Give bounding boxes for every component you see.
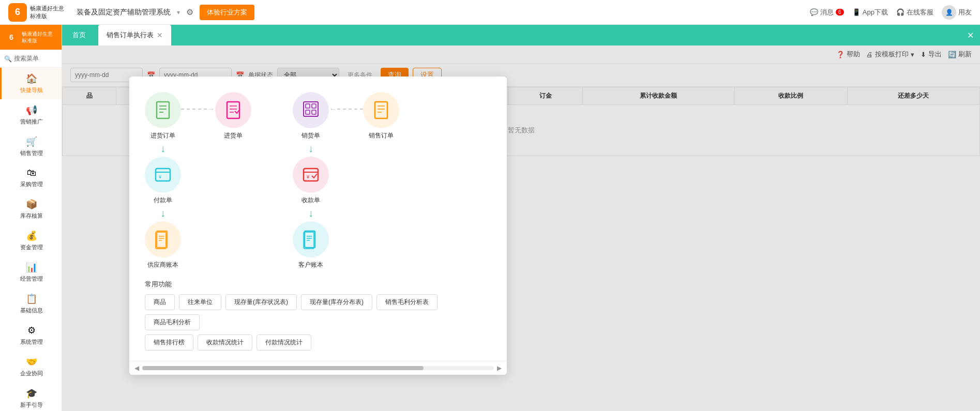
message-button[interactable]: 💬 消息 6 — [810, 8, 844, 17]
sidebar-item-label: 经营管理 — [20, 275, 43, 283]
sidebar-item-label: 快捷导航 — [20, 86, 43, 94]
function-buttons-row-1: 商品 往来单位 现存量(库存状况表) 现存量(库存分布表) 销售毛利分析表 商品… — [145, 294, 491, 330]
sidebar-item-label: 营销推广 — [20, 118, 43, 126]
headset-icon: 🎧 — [896, 8, 904, 16]
top-bar: 6 畅康通好生意 标准版 装备及固定资产辅助管理系统 ▾ ⚙ 体验行业方案 💬 … — [0, 0, 980, 25]
flow-node-payment[interactable]: ¥ 付款单 — [145, 157, 181, 205]
sidebar-item-capital[interactable]: 💰 资金管理 — [0, 225, 62, 256]
sidebar-item-marketing[interactable]: 📢 营销推广 — [0, 99, 62, 131]
sidebar-item-quick-nav[interactable]: 🏠 快捷导航 — [0, 68, 62, 99]
sidebar-item-label: 基础信息 — [20, 307, 43, 314]
customer-ledger-icon — [293, 221, 329, 257]
inventory-icon: 📦 — [26, 199, 37, 210]
dropdown-arrow-icon[interactable]: ▾ — [177, 9, 180, 16]
gear-icon[interactable]: ⚙ — [186, 7, 193, 17]
quick-nav-icon: 🏠 — [26, 73, 37, 84]
sidebar-item-label: 企业协同 — [20, 370, 43, 377]
svg-rect-12 — [227, 102, 239, 118]
func-btn-goods-gross[interactable]: 商品毛利分析 — [145, 314, 200, 330]
svg-rect-17 — [306, 104, 310, 108]
func-btn-receipt-stats[interactable]: 收款情况统计 — [198, 334, 252, 351]
sales-order-label: 销售订单 — [369, 131, 394, 140]
down-arrow-1: ↓ — [160, 143, 165, 154]
app-download-button[interactable]: 📱 App下载 — [852, 8, 888, 17]
tab-home[interactable]: 首页 — [62, 25, 96, 45]
marketing-icon: 📢 — [26, 104, 37, 116]
sales-bill-icon — [293, 92, 329, 128]
svg-rect-0 — [157, 102, 169, 118]
tab-sales-order-exec[interactable]: 销售订单执行表 ✕ — [98, 25, 171, 45]
tab-bar-right: ✕ — [967, 31, 980, 40]
func-btn-inventory-status[interactable]: 现存量(库存状况表) — [225, 294, 297, 310]
func-btn-contacts[interactable]: 往来单位 — [179, 294, 221, 310]
flow-node-purchase-order[interactable]: 进货订单 — [145, 92, 181, 140]
sidebar-item-sales[interactable]: 🛒 销售管理 — [0, 131, 62, 162]
page-content: ❓ 帮助 🖨 按模板打印 ▾ ⬇ 导出 🔄 刷新 — [62, 45, 980, 411]
func-btn-payment-stats[interactable]: 付款情况统计 — [257, 334, 311, 351]
sidebar-logo: 6 畅康通好生意 标准版 — [0, 25, 62, 50]
sidebar-item-basic-info[interactable]: 📋 基础信息 — [0, 288, 62, 319]
search-icon: 🔍 — [4, 55, 12, 63]
purchase-bill-icon — [215, 92, 251, 128]
sidebar-item-label: 新手引导 — [20, 401, 43, 409]
sidebar-logo-icon: 6 — [4, 30, 19, 44]
tab-close-icon[interactable]: ✕ — [157, 31, 163, 39]
avatar: 👤 — [942, 5, 956, 20]
sidebar-item-label: 采购管理 — [20, 180, 43, 188]
modal-scrollbar: ◀ ▶ — [129, 361, 507, 375]
down-arrow-3: ↓ — [160, 208, 165, 218]
sidebar-item-label: 销售管理 — [20, 149, 43, 157]
down-arrow-4: ↓ — [308, 208, 313, 218]
flow-node-sales-bill[interactable]: 销货单 — [293, 92, 329, 140]
online-service-button[interactable]: 🎧 在线客服 — [896, 8, 933, 17]
sales-bill-label: 销货单 — [301, 131, 320, 140]
scrollbar-track — [142, 366, 494, 370]
supplier-ledger-label: 供应商账本 — [147, 261, 178, 269]
svg-text:¥: ¥ — [306, 174, 310, 179]
sidebar-item-newbie[interactable]: 🎓 新手引导 — [0, 383, 62, 411]
sales-icon: 🛒 — [26, 136, 37, 147]
purchase-icon: 🛍 — [27, 168, 36, 178]
func-btn-sales-gross[interactable]: 销售毛利分析表 — [376, 294, 438, 310]
func-btn-goods[interactable]: 商品 — [145, 294, 175, 310]
func-btn-sales-rank[interactable]: 销售排行榜 — [145, 334, 193, 351]
sidebar-item-operations[interactable]: 📊 经营管理 — [0, 256, 62, 288]
logo-area: 6 畅康通好生意 标准版 — [8, 3, 70, 22]
sidebar-item-label: 资金管理 — [20, 243, 43, 251]
phone-icon: 📱 — [852, 8, 861, 16]
svg-rect-18 — [312, 104, 316, 108]
capital-icon: 💰 — [26, 230, 37, 241]
svg-text:¥: ¥ — [158, 174, 162, 179]
experience-button[interactable]: 体验行业方案 — [200, 5, 254, 20]
flow-node-sales-order[interactable]: 销售订单 — [363, 92, 399, 140]
system-title: 装备及固定资产辅助管理系统 — [77, 8, 171, 17]
sales-order-icon — [363, 92, 399, 128]
operations-icon: 📊 — [26, 262, 37, 273]
scrollbar-thumb[interactable] — [142, 366, 424, 370]
sidebar-item-inventory[interactable]: 📦 库存核算 — [0, 193, 62, 225]
purchase-bill-label: 进货单 — [224, 131, 243, 140]
sidebar-item-purchase[interactable]: 🛍 采购管理 — [0, 162, 62, 193]
message-badge: 6 — [836, 9, 844, 16]
down-arrow-2: ↓ — [308, 143, 313, 154]
user-menu[interactable]: 👤 用友 — [942, 5, 972, 20]
modal-body: 进货订单 ↓ — [129, 77, 507, 361]
flow-node-supplier-ledger[interactable]: 供应商账本 — [145, 221, 181, 269]
sidebar-item-enterprise[interactable]: 🤝 企业协同 — [0, 351, 62, 383]
receipt-icon: ¥ — [293, 157, 329, 193]
scroll-left-icon[interactable]: ◀ — [134, 364, 139, 372]
modal-overlay[interactable]: 进货订单 ↓ — [62, 45, 980, 411]
common-functions-section: 常用功能 商品 往来单位 现存量(库存状况表) 现存量(库存分布表) 销售毛利分… — [145, 280, 491, 351]
main-area: 6 畅康通好生意 标准版 🔍 搜索菜单 🏠 快捷导航 📢 营销推广 🛒 销 — [0, 25, 980, 411]
close-all-tabs-button[interactable]: ✕ — [967, 31, 974, 40]
flow-node-purchase-bill[interactable]: 进货单 — [215, 92, 251, 140]
svg-rect-24 — [305, 231, 315, 248]
common-functions-title: 常用功能 — [145, 280, 491, 289]
flow-node-customer-ledger[interactable]: 客户账本 — [293, 221, 329, 269]
sidebar-item-system[interactable]: ⚙ 系统管理 — [0, 319, 62, 351]
scroll-right-icon[interactable]: ▶ — [497, 364, 502, 372]
system-icon: ⚙ — [27, 325, 36, 336]
flow-node-receipt[interactable]: ¥ 收款单 — [293, 157, 329, 205]
func-btn-inventory-dist[interactable]: 现存量(库存分布表) — [301, 294, 372, 310]
search-menu-button[interactable]: 🔍 搜索菜单 — [0, 50, 62, 68]
